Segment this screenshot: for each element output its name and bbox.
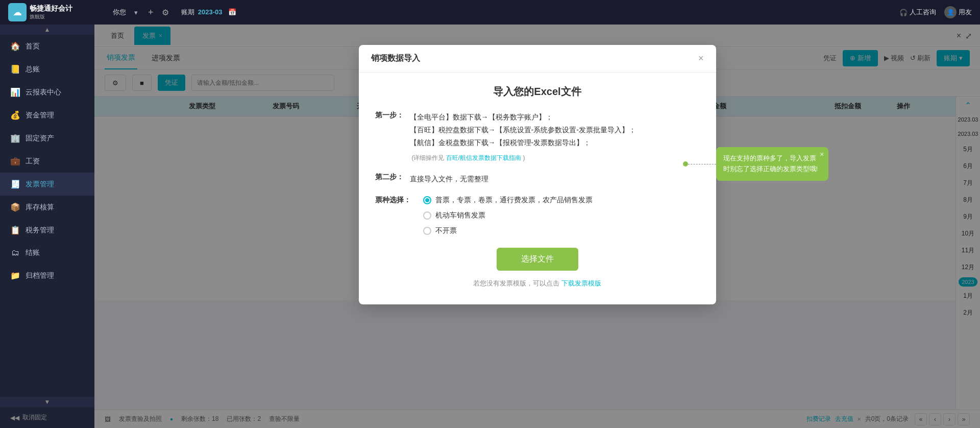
period-label: 账期 2023-03 📅	[181, 8, 236, 17]
sidebar: ▲ 🏠 首页 📒 总账 📊 云报表中心 💰 资金管理 🏢 固定资产 💼 工资 🧾	[0, 25, 94, 428]
modal: 销项数据导入 × 导入您的Excel文件 第一步： 【全电平台】数据下载→【税务…	[359, 45, 716, 304]
sidebar-item-label: 税务管理	[26, 226, 54, 235]
radio-vehicle[interactable]: 机动车销售发票	[423, 211, 593, 220]
company-dropdown-icon[interactable]: ▾	[134, 9, 138, 16]
sidebar-item-report[interactable]: 📊 云报表中心	[0, 81, 94, 104]
tax-icon: 📋	[10, 225, 20, 235]
settings-icon[interactable]: ⚙	[162, 8, 169, 17]
modal-header: 销项数据导入 ×	[359, 45, 716, 73]
sidebar-item-fixed[interactable]: 🏢 固定资产	[0, 127, 94, 150]
radio-nonissue-circle	[423, 227, 431, 235]
sidebar-item-label: 归档管理	[26, 271, 54, 280]
sidebar-item-label: 首页	[26, 42, 40, 51]
sidebar-item-label: 工资	[26, 157, 40, 166]
main-layout: ▲ 🏠 首页 📒 总账 📊 云报表中心 💰 资金管理 🏢 固定资产 💼 工资 🧾	[0, 25, 980, 428]
tooltip-text: 现在支持的票种多了，导入发票时别忘了选择正确的发票类型哦!	[723, 154, 818, 173]
settle-icon: 🗂	[10, 248, 20, 257]
app-edition: 旗舰版	[30, 13, 72, 20]
speaker-icon: ◀◀	[10, 414, 19, 421]
app-name: 畅捷通好会计	[30, 4, 72, 13]
logo: ☁ 畅捷通好会计 旗舰版	[8, 3, 103, 21]
step1-line-1: 【全电平台】数据下载→【税务数字账户】；	[410, 111, 636, 124]
sidebar-item-label: 结账	[26, 248, 40, 257]
sidebar-scroll-up[interactable]: ▲	[0, 25, 94, 35]
home-icon: 🏠	[10, 41, 20, 51]
sidebar-item-fund[interactable]: 💰 资金管理	[0, 104, 94, 127]
radio-normal[interactable]: 普票，专票，卷票，通行费发票，农产品销售发票	[423, 196, 593, 205]
scroll-down-icon: ▼	[44, 398, 51, 406]
company-name[interactable]: 你您	[113, 8, 126, 17]
radio-normal-dot	[425, 198, 429, 202]
sidebar-item-label: 资金管理	[26, 111, 54, 120]
radio-nonissue[interactable]: 不开票	[423, 226, 593, 235]
step2-section: 第二步： 直接导入文件，无需整理	[375, 173, 700, 185]
tooltip-box: × 现在支持的票种多了，导入发票时别忘了选择正确的发票类型哦!	[716, 147, 828, 181]
sidebar-item-label: 云报表中心	[26, 88, 61, 97]
radio-group: 普票，专票，卷票，通行费发票，农产品销售发票 机动车销售发票 不开票	[423, 196, 593, 235]
modal-body: 导入您的Excel文件 第一步： 【全电平台】数据下载→【税务数字账户】； 【百…	[359, 73, 716, 304]
content-area: 首页 发票 × × ⤢ 销项发票 进项发票 凭证	[94, 25, 980, 428]
sidebar-item-salary[interactable]: 💼 工资	[0, 150, 94, 173]
sidebar-item-settle[interactable]: 🗂 结账	[0, 242, 94, 264]
fixed-icon: 🏢	[10, 133, 20, 143]
ticket-section: 票种选择： 普票，专票，卷票，通行费发票，农产品销售发票	[375, 196, 700, 235]
step1-line-3: 【航信】金税盘数据下载→【报税管理-发票数据导出】；	[410, 136, 636, 149]
step1-section: 第一步： 【全电平台】数据下载→【税务数字账户】； 【百旺】税控盘数据下载→【系…	[375, 111, 700, 162]
sidebar-bottom: ▼ ◀◀ 取消固定	[0, 397, 94, 428]
download-hint: 若您没有发票模版，可以点击 下载发票模版	[375, 279, 700, 288]
sidebar-item-tax[interactable]: 📋 税务管理	[0, 219, 94, 242]
logo-icon: ☁	[8, 3, 27, 21]
modal-main-title: 导入您的Excel文件	[375, 85, 700, 99]
sidebar-item-label: 发票管理	[26, 180, 54, 189]
add-button[interactable]: +	[148, 7, 154, 18]
select-file-button[interactable]: 选择文件	[497, 248, 578, 271]
headset-icon: 🎧	[899, 9, 908, 16]
sidebar-item-label: 固定资产	[26, 134, 54, 143]
fund-icon: 💰	[10, 110, 20, 120]
calendar-icon[interactable]: 📅	[228, 8, 236, 16]
user-avatar: 👤	[944, 6, 957, 18]
user-menu[interactable]: 👤 用友	[944, 6, 972, 18]
salary-icon: 💼	[10, 156, 20, 166]
invoice-icon: 🧾	[10, 179, 20, 189]
stock-icon: 📦	[10, 202, 20, 212]
cancel-fixed-button[interactable]: ◀◀ 取消固定	[0, 407, 94, 428]
radio-vehicle-circle	[423, 211, 431, 220]
consult-button[interactable]: 🎧 人工咨询	[899, 8, 936, 17]
tooltip-container: × 现在支持的票种多了，导入发票时别忘了选择正确的发票类型哦!	[716, 147, 828, 181]
period-value[interactable]: 2023-03	[198, 8, 223, 16]
step2-content: 直接导入文件，无需整理	[410, 173, 488, 185]
step2-row: 第二步： 直接导入文件，无需整理	[375, 173, 700, 185]
modal-title: 销项数据导入	[371, 53, 420, 64]
scroll-up-icon: ▲	[44, 26, 51, 33]
sidebar-item-invoice[interactable]: 🧾 发票管理	[0, 173, 94, 196]
sidebar-item-ledger[interactable]: 📒 总账	[0, 58, 94, 81]
sidebar-item-label: 总账	[26, 65, 40, 74]
download-template-link[interactable]: 下载发票模版	[561, 279, 601, 287]
step1-note: (详细操作见 百旺/航信发票数据下载指南 )	[412, 154, 700, 162]
sidebar-item-stock[interactable]: 📦 库存核算	[0, 196, 94, 219]
sidebar-scroll-down[interactable]: ▼	[0, 397, 94, 407]
sidebar-item-home[interactable]: 🏠 首页	[0, 35, 94, 58]
report-icon: 📊	[10, 87, 20, 97]
archive-icon: 📁	[10, 271, 20, 280]
ledger-icon: 📒	[10, 64, 20, 74]
step1-label: 第一步：	[375, 111, 404, 150]
ticket-label: 票种选择：	[375, 196, 411, 205]
radio-normal-circle	[423, 196, 431, 204]
tooltip-line	[685, 164, 716, 164]
step1-row: 第一步： 【全电平台】数据下载→【税务数字账户】； 【百旺】税控盘数据下载→【系…	[375, 111, 700, 150]
topbar-right: 🎧 人工咨询 👤 用友	[899, 6, 972, 18]
tooltip-close-button[interactable]: ×	[820, 150, 824, 158]
step1-line-2: 【百旺】税控盘数据下载→【系统设置-系统参数设置-发票批量导入】；	[410, 124, 636, 136]
overlay: 销项数据导入 × 导入您的Excel文件 第一步： 【全电平台】数据下载→【税务…	[94, 25, 980, 428]
sidebar-item-archive[interactable]: 📁 归档管理	[0, 264, 94, 287]
step1-content: 【全电平台】数据下载→【税务数字账户】； 【百旺】税控盘数据下载→【系统设置-系…	[410, 111, 636, 150]
topbar: ☁ 畅捷通好会计 旗舰版 你您 ▾ + ⚙ 账期 2023-03 📅 🎧 人工咨…	[0, 0, 980, 25]
modal-close-button[interactable]: ×	[698, 53, 704, 64]
sidebar-item-label: 库存核算	[26, 203, 54, 212]
step2-label: 第二步：	[375, 173, 404, 185]
step1-guide-link[interactable]: 百旺/航信发票数据下载指南	[446, 154, 521, 161]
